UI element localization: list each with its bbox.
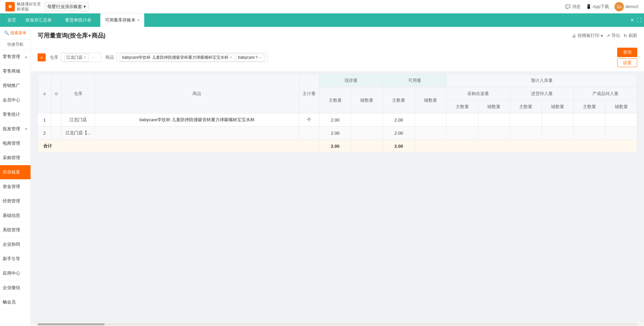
th-purchase-transit-main: 主数量 [446,100,478,113]
nav-tabs-right: × ⛶ [630,17,644,24]
total-label: 合计 [38,140,319,153]
cell-row1-current-aux [351,113,383,127]
settings-button[interactable]: 设置 [617,58,637,67]
th-number: # [38,74,51,113]
th-product: 商品 [95,74,299,113]
warehouse-more-btn[interactable]: ··· [90,55,96,60]
close-tab-order-stats[interactable]: × [93,18,95,22]
expand-filter-btn[interactable]: » [38,53,46,61]
cell-row1-fp-aux [605,113,637,127]
th-purchase-pending-aux: 辅数量 [542,100,574,113]
total-current-aux [351,140,383,153]
scroll-thumb[interactable] [38,323,105,325]
total-row: 合计 2.00 2.00 [38,140,637,153]
cell-row2-product [95,127,299,140]
sidebar-item-vip[interactable]: 畅会员 [0,295,31,310]
logo-icon: 畅 [5,2,15,11]
chevron-down-icon: ▾ [84,4,86,9]
remove-product-tag-1[interactable]: × [230,55,232,60]
th-planned-inbound-group: 预计入库量 [446,74,637,87]
tab-home[interactable]: 首页 [3,13,21,27]
cell-row1-unit: 个 [299,113,319,127]
sidebar-item-wholesale-mgmt[interactable]: 批发管理 ▼ [0,122,31,136]
settings-icon[interactable]: ⚙ [54,91,58,96]
print-icon: 🖨 [572,33,576,38]
cell-row1-current-main: 2.00 [319,113,351,127]
sidebar-item-retail-mgmt[interactable]: 零售管理 ▲ [0,50,31,64]
cell-row1-product: babycare学饮杯 儿童防摔防撞吸管杯重力球吸嘴杯宝宝水杯 [95,113,299,127]
cell-row2-current-aux [351,127,383,140]
sidebar-item-system[interactable]: 系统管理 [0,223,31,237]
sidebar-item-finance[interactable]: 资金管理 [0,180,31,194]
th-purchase-transit-group: 采购在途量 [446,87,510,100]
page-title-row: 可用量查询(按仓库+商品) 🖨 按模板打印 ▾ ↗ 导出 ↻ 刷新 [38,32,637,40]
refresh-btn[interactable]: ↻ 刷新 [624,33,637,39]
th-finished-pending-aux: 辅数量 [605,100,637,113]
message-btn[interactable]: 💬 消息 [565,4,581,10]
sidebar-quick-nav[interactable]: 快捷导航 [0,40,31,50]
product-filter-group: 商品 babycare学饮杯 儿童防摔防撞吸管杯重力球吸嘴杯宝宝水杯 × bab… [105,53,267,62]
table-row: 1 江北门店 babycare学饮杯 儿童防摔防撞吸管杯重力球吸嘴杯宝宝水杯 个… [38,113,637,127]
filter-bar: » 仓库 江北门店 × ··· 商品 babycare学饮杯 儿童防摔防撞吸管杯… [31,44,644,71]
sidebar-search[interactable]: 🔍 搜索菜单 [0,27,31,40]
close-tab-available-stock[interactable]: × [138,18,140,22]
close-all-tabs-btn[interactable]: × [630,17,634,24]
close-tab-receive[interactable]: × [54,18,56,22]
warehouse-filter-input[interactable]: 江北门店 × ··· [61,53,101,62]
th-available-group: 可用量 [383,74,446,87]
sidebar-item-purchase[interactable]: 采购管理 [0,151,31,165]
th-finished-pending-main: 主数量 [574,100,605,113]
message-icon: 💬 [565,4,571,9]
th-current-main-qty: 主数量 [319,87,351,113]
cell-row2-fp-main [574,127,605,140]
industry-selector[interactable]: 母婴行业演示账套 ▾ [44,2,89,11]
export-btn[interactable]: ↗ 导出 [606,33,620,39]
bottom-scrollbar[interactable] [31,322,644,326]
cell-row2-settings [51,127,61,140]
sidebar-item-retail-stats[interactable]: 零售统计 [0,107,31,122]
sidebar-item-ops[interactable]: 经营管理 [0,194,31,208]
sidebar-item-retail-store[interactable]: 零售商城 [0,64,31,79]
page-actions: 🖨 按模板打印 ▾ ↗ 导出 ↻ 刷新 [572,33,637,39]
cell-row2-unit [299,127,319,140]
logo-text: 畅捷通好生意 标准版 [17,2,41,11]
th-settings: ⚙ [51,74,61,113]
sidebar-item-basic[interactable]: 基础信息 [0,208,31,223]
fullscreen-btn[interactable]: ⛶ [637,17,641,23]
sidebar-item-ecommerce[interactable]: 电商管理 [0,136,31,151]
sidebar-item-wechat[interactable]: 企业微信 [0,281,31,295]
th-warehouse: 仓库 [61,74,95,113]
query-button[interactable]: 查询 [617,48,637,57]
tab-receive[interactable]: 收发存汇总表 × [21,13,60,27]
table-area[interactable]: # ⚙ 仓库 商品 主计量 现存量 可用量 预计入库量 主数量 辅数量 [31,74,644,322]
sidebar-item-inventory[interactable]: 库存核算 [0,165,31,180]
th-purchase-transit-aux: 辅数量 [478,100,510,113]
cell-row1-pp-aux [542,113,574,127]
product-tag-1: babycare学饮杯 儿童防摔防撞吸管杯重力球吸嘴杯宝宝水杯 × [120,54,234,61]
cell-row2-avail-main: 2.00 [383,127,415,140]
product-tag-2: babycare？··· [236,54,264,61]
tab-available-stock[interactable]: 可用量库存账本 × [100,13,144,27]
data-table: # ⚙ 仓库 商品 主计量 现存量 可用量 预计入库量 主数量 辅数量 [38,74,637,153]
topbar-right: 💬 消息 📱 App下载 Ea demo2 [565,2,639,11]
sidebar-item-enterprise[interactable]: 企业协同 [0,237,31,252]
cell-row1-settings [51,113,61,127]
th-available-aux-qty: 辅数量 [415,87,446,113]
cell-row1-pt-aux [478,113,510,127]
sidebar-item-new-guide[interactable]: 新手引导 [0,252,31,266]
th-main-unit: 主计量 [299,74,319,113]
remove-warehouse-tag[interactable]: × [84,55,86,60]
template-print-btn[interactable]: 🖨 按模板打印 ▾ [572,33,603,39]
cell-row2-current-main: 2.00 [319,127,351,140]
sidebar-item-member[interactable]: 会员中心 [0,93,31,107]
app-download-btn[interactable]: 📱 App下载 [586,4,609,10]
product-filter-input[interactable]: babycare学饮杯 儿童防摔防撞吸管杯重力球吸嘴杯宝宝水杯 × babyca… [117,53,267,62]
cell-row1-fp-main [574,113,605,127]
sidebar-item-app-center[interactable]: 应用中心 [0,266,31,281]
sidebar-item-marketing[interactable]: 营销推广 [0,79,31,93]
user-menu[interactable]: Ea demo2 [614,2,639,11]
tab-order-stats[interactable]: 要货单统计表 × [60,13,100,27]
topbar-left: 畅 畅捷通好生意 标准版 母婴行业演示账套 ▾ [5,2,89,11]
total-avail-main: 2.00 [383,140,415,153]
th-current-aux-qty: 辅数量 [351,87,383,113]
